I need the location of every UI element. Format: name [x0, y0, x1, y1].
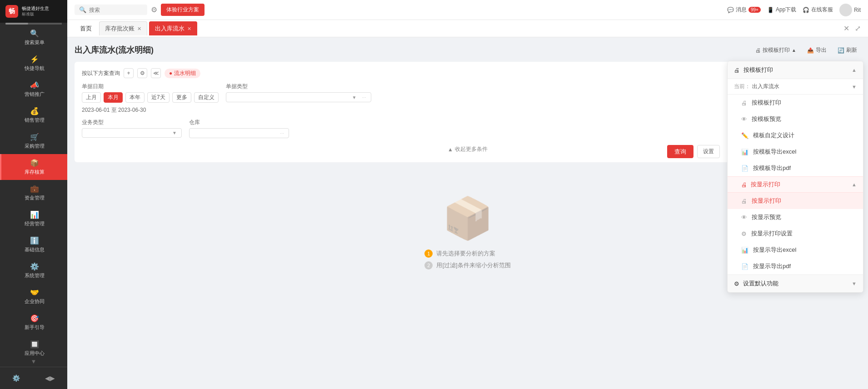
date-btn-this-year[interactable]: 本年 [125, 92, 145, 103]
app-download-item[interactable]: 📱 App下载 [767, 6, 796, 14]
sidebar-item-label: 系统管理 [25, 272, 45, 279]
user-profile-item[interactable]: Rit [839, 4, 861, 16]
logo-badge: 标准版 [22, 11, 49, 17]
online-service-item[interactable]: 🎧 在线客服 [803, 6, 833, 14]
display-preview-icon: 👁 [741, 214, 747, 221]
message-item[interactable]: 💬 消息 99+ [727, 6, 761, 14]
sidebar-scroll-down[interactable]: ▼ [0, 356, 67, 367]
current-dropdown-icon[interactable]: ▼ [852, 84, 857, 90]
template-print-item-label: 按模板打印 [752, 99, 781, 107]
flow-tab-label: 出入库流水 [155, 25, 185, 33]
topbar: 🔍 ⚙ 体验行业方案 💬 消息 99+ 📱 App下载 🎧 在线客服 R [67, 0, 868, 20]
sidebar-item-apps[interactable]: 🔲 应用中心 [0, 335, 67, 356]
sidebar-item-corp[interactable]: 🤝 企业协同 [0, 284, 67, 309]
tab-close-flow[interactable]: ✕ [187, 26, 191, 32]
avatar [839, 4, 852, 16]
empty-step-1: 1 请先选择要分析的方案 [424, 249, 510, 258]
home-tab-label: 首页 [80, 25, 92, 33]
sidebar-item-operation[interactable]: 📊 经营管理 [0, 206, 67, 232]
display-section-label: 按显示打印 [751, 180, 780, 189]
filter-header-label: 按以下方案查询 [82, 70, 120, 77]
display-print-item[interactable]: 🖨 按显示打印 [728, 193, 863, 209]
template-print-action[interactable]: 🖨 按模板打印 ▲ [752, 45, 800, 56]
filter-collapse-button[interactable]: ≪ [151, 68, 161, 78]
doc-type-label: 单据类型 [226, 83, 371, 90]
sidebar-item-inventory[interactable]: 📦 库存核算 [0, 154, 67, 180]
tab-close-batch-account[interactable]: ✕ [137, 26, 141, 32]
add-filter-button[interactable]: + [124, 68, 134, 78]
biz-type-select[interactable]: ▼ [82, 128, 182, 138]
purchase-icon: 🛒 [30, 133, 39, 141]
biz-type-dropdown-icon: ▼ [172, 130, 177, 135]
window-maximize-icon[interactable]: ⤢ [855, 24, 861, 33]
date-btn-last-7-days[interactable]: 近7天 [147, 92, 170, 103]
tab-home[interactable]: 首页 [75, 22, 97, 35]
display-section-collapse-icon: ▲ [852, 182, 857, 187]
warehouse-filter-field: 仓库 ··· [189, 119, 289, 138]
sidebar-item-purchase[interactable]: 🛒 采购管理 [0, 128, 67, 154]
default-function-label: 设置默认功能 [743, 279, 778, 288]
sidebar-item-label: 库存核算 [25, 169, 45, 175]
query-button[interactable]: 查询 [667, 145, 693, 158]
sidebar-item-marketing[interactable]: 📣 营销推广 [0, 76, 67, 102]
logo-icon: 畅 [5, 5, 18, 18]
template-custom-item[interactable]: ✏️ 模板自定义设计 [728, 127, 863, 144]
window-minimize-icon[interactable]: ✕ [843, 24, 849, 33]
filter-tag[interactable]: ● 流水明细 [165, 69, 200, 78]
display-pdf-item[interactable]: 📄 按显示导出pdf [728, 258, 863, 274]
tab-flow[interactable]: 出入库流水 ✕ [149, 21, 197, 35]
display-preview-item[interactable]: 👁 按显示预览 [728, 209, 863, 225]
template-pdf-item-label: 按模板导出pdf [753, 164, 791, 172]
search-input[interactable] [89, 7, 135, 13]
sidebar-item-system[interactable]: ⚙️ 系统管理 [0, 258, 67, 284]
logo-name: 畅捷通好生意 [22, 5, 49, 11]
display-print-settings-item[interactable]: ⚙ 按显示打印设置 [728, 225, 863, 242]
sidebar-item-guide[interactable]: 🎯 新手引导 [0, 309, 67, 335]
preview-item-icon: 👁 [741, 116, 747, 123]
export-action[interactable]: 📤 导出 [803, 45, 830, 56]
warehouse-select[interactable]: ··· [189, 128, 289, 138]
template-preview-item[interactable]: 👁 按模板预览 [728, 111, 863, 127]
sidebar-item-quick-nav[interactable]: ⚡ 快捷导航 [0, 50, 67, 76]
display-excel-item-label: 按显示导出excel [753, 246, 796, 254]
display-section-header[interactable]: 🖨 按显示打印 ▲ [728, 176, 863, 193]
display-pdf-item-label: 按显示导出pdf [753, 262, 791, 270]
step2-text: 用[过滤]条件来缩小分析范围 [436, 261, 510, 269]
sidebar-item-basic[interactable]: ℹ️ 基础信息 [0, 232, 67, 258]
template-custom-item-label: 模板自定义设计 [753, 131, 794, 140]
sidebar-collapse-btn[interactable]: ◀▶ [42, 372, 58, 384]
template-pdf-item[interactable]: 📄 按模板导出pdf [728, 160, 863, 176]
industry-solution-button[interactable]: 体验行业方案 [161, 4, 205, 16]
doc-type-dropdown-icon: ▼ [352, 95, 357, 100]
display-excel-item[interactable]: 📊 按显示导出excel [728, 242, 863, 258]
settings-button[interactable]: 设置 [697, 145, 720, 158]
refresh-action[interactable]: 🔄 刷新 [834, 45, 861, 56]
date-btn-this-month[interactable]: 本月 [104, 92, 123, 103]
tab-batch-account[interactable]: 库存批次账 ✕ [99, 21, 147, 35]
template-section-header[interactable]: 🖨 按模板打印 ▲ [728, 61, 863, 79]
display-pdf-icon: 📄 [741, 263, 748, 270]
display-print-icon: 🖨 [741, 198, 747, 204]
doc-type-select[interactable]: ▼ ··· [226, 92, 371, 102]
display-excel-icon: 📊 [741, 247, 748, 254]
template-excel-item[interactable]: 📊 按模板导出excel [728, 144, 863, 160]
template-section-label: 按模板打印 [743, 66, 773, 74]
pdf-item-icon: 📄 [741, 165, 748, 172]
sidebar-item-finance[interactable]: 💼 资金管理 [0, 180, 67, 206]
print-item-icon: 🖨 [741, 100, 747, 106]
dropdown-footer[interactable]: ⚙ 设置默认功能 ▼ [728, 274, 863, 292]
date-btn-more[interactable]: 更多 [172, 92, 191, 103]
tabs-bar: 首页 库存批次账 ✕ 出入库流水 ✕ ✕ ⤢ [67, 20, 868, 37]
date-btn-last-month[interactable]: 上月 [82, 92, 101, 103]
sidebar-item-search[interactable]: 🔍 搜索菜单 [0, 25, 67, 50]
date-btn-custom[interactable]: 自定义 [194, 92, 219, 103]
sidebar-item-sales[interactable]: 💰 销售管理 [0, 102, 67, 128]
gear-icon[interactable]: ⚙ [151, 5, 157, 14]
template-print-item[interactable]: 🖨 按模板打印 [728, 95, 863, 111]
main-content: 🔍 ⚙ 体验行业方案 💬 消息 99+ 📱 App下载 🎧 在线客服 R [67, 0, 868, 389]
filter-settings-button[interactable]: ⚙ [137, 68, 147, 78]
step2-num: 2 [424, 261, 433, 269]
display-settings-icon: ⚙ [741, 230, 747, 237]
query-actions: 查询 设置 [75, 145, 720, 158]
sidebar-settings-btn[interactable]: ⚙️ [10, 372, 23, 384]
